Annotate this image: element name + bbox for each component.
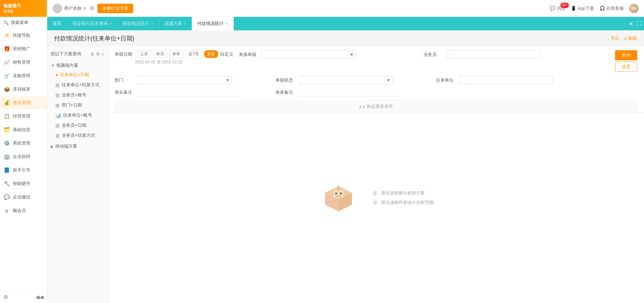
tab-bank-flow[interactable]: 现金银行流水查询 ×	[67, 17, 117, 30]
scheme-group-mobile-title[interactable]: ▶ 移动端方案	[47, 142, 108, 151]
body-remark-input[interactable]	[298, 88, 400, 96]
date-btn-last-month[interactable]: 上月	[137, 50, 151, 58]
online-service-label: 在线客服	[606, 5, 624, 11]
tab-home[interactable]: 首页	[47, 17, 67, 30]
date-custom-label[interactable]: 自定义	[220, 51, 233, 57]
staff-label: 业务员	[423, 52, 444, 58]
sidebar-item-hardware[interactable]: 🔧 智能硬件	[0, 177, 47, 190]
source-voucher-arrow: ▾	[351, 52, 353, 57]
sidebar-item-newbie[interactable]: 📘 新手引导	[0, 163, 47, 177]
sidebar-item-basic[interactable]: 🗂️ 基础信息	[0, 123, 47, 137]
tab-payment-stats[interactable]: 付款情况统计 ×	[192, 17, 233, 30]
purchase-icon: 🛒	[3, 72, 10, 79]
date-btn-this-year[interactable]: 本年	[169, 50, 183, 58]
basic-icon: 🗂️	[3, 126, 10, 133]
scheme-settings-btn[interactable]: ⚙	[96, 51, 100, 57]
header-remark-label: 表头备注	[115, 89, 135, 95]
sidebar-item-wechat[interactable]: 💬 企业微信	[0, 190, 47, 204]
system-icon: ⚙️	[3, 140, 10, 147]
staff-account-icon: ▦	[55, 92, 60, 98]
header-remark-input[interactable]	[138, 88, 239, 96]
trial-btn[interactable]: 体验行业方案	[97, 4, 133, 13]
export-label: 导出	[611, 35, 619, 41]
sidebar-nav: ⚡ 快捷导航 🎁 营销推广 📈 销售管理 🛒 采购管理 📦 库存核算 💰 资金管…	[0, 29, 47, 291]
sidebar-label-basic: 基础信息	[13, 127, 30, 133]
dept-select[interactable]: ▾	[138, 76, 232, 84]
tab-receivable-close[interactable]: ×	[151, 22, 153, 26]
scheme-item-staff-account[interactable]: ▦ 业务员+账号	[47, 90, 108, 100]
sidebar-item-enterprise[interactable]: 🏢 企业协同	[0, 150, 47, 163]
topbar-avatar[interactable]: Rit	[629, 4, 639, 13]
body-remark-label: 表体备注	[275, 89, 296, 95]
date-btn-7days[interactable]: 近7天	[185, 50, 202, 58]
page-header: 付款情况统计(往来单位+日期) ↑ 导出 ↺ 刷新	[47, 30, 644, 46]
user-area[interactable]: 用户名称 ▾	[53, 4, 86, 13]
right-panel: 单据日期 上月 本月 本年 近7天 更多 自定义 2022-01-01 至 20…	[108, 46, 644, 303]
sidebar-collapse-btn[interactable]: ◀◀	[35, 294, 43, 300]
staff-input[interactable]: ···	[446, 50, 541, 59]
scheme-item-unit-date[interactable]: ● 往来单位+日期	[47, 70, 108, 80]
scheme-panel: 按以下方案查询 ⊕ ⚙ « ▼ 电脑端方案 ● 往来单位+日期 ▦	[47, 46, 108, 303]
sidebar-settings-btn[interactable]: ⚙	[3, 294, 8, 300]
settings-btn[interactable]: 设置	[615, 62, 637, 72]
empty-illustration	[318, 181, 359, 215]
unit-input[interactable]: ···	[459, 76, 553, 84]
sidebar-item-quick-nav[interactable]: ⚡ 快捷导航	[0, 29, 47, 42]
online-service-btn[interactable]: 🎧 在线客服	[599, 5, 624, 11]
sidebar-item-operations[interactable]: 📋 经营管理	[0, 110, 47, 123]
sidebar-label-operations: 经营管理	[13, 113, 30, 119]
scheme-item-staff-settle[interactable]: ▦ 业务员+结算方式	[47, 130, 108, 141]
app-download-btn[interactable]: 📱 App下载	[571, 5, 594, 11]
sidebar-item-purchase[interactable]: 🛒 采购管理	[0, 69, 47, 83]
enterprise-icon: 🏢	[3, 153, 10, 160]
scheme-item-unit-settle[interactable]: ▦ 往来单位+结算方式	[47, 80, 108, 90]
wechat-icon: 💬	[3, 194, 10, 201]
date-btn-this-month[interactable]: 本月	[153, 50, 167, 58]
scheme-group-mobile: ▶ 移动端方案	[47, 142, 108, 151]
dropdown-icon[interactable]: ▾	[84, 6, 86, 11]
tab-new-scheme-close[interactable]: ×	[184, 22, 186, 26]
scheme-item-unit-account[interactable]: 📊 往来单位+账号	[47, 110, 108, 120]
voucher-status-label: 单据状态	[275, 77, 296, 83]
sidebar-label-newbie: 新手引导	[13, 167, 30, 173]
scheme-panel-icons: ⊕ ⚙ «	[90, 51, 104, 57]
tabs-bar: 首页 现金银行流水查询 × 收款情况统计 × 新建方案 × 付款情况统计 × ✕…	[47, 17, 644, 30]
scheme-item-staff-date[interactable]: ▦ 业务员+日期	[47, 120, 108, 130]
tab-receivable[interactable]: 收款情况统计 ×	[117, 17, 159, 30]
search-menu-label: 搜索菜单	[11, 20, 28, 26]
sidebar-item-sales[interactable]: 📈 销售管理	[0, 56, 47, 69]
source-voucher-select[interactable]: ▾	[262, 50, 356, 59]
sidebar-item-system[interactable]: ⚙️ 系统管理	[0, 137, 47, 150]
message-icon: 💬	[550, 6, 555, 11]
collapse-btn[interactable]: ∧∧ 收起更多条件	[115, 100, 637, 112]
dept-arrow: ▾	[227, 78, 229, 83]
scheme-collapse-btn[interactable]: «	[101, 51, 104, 57]
tab-expand-icon[interactable]: ⛶	[636, 21, 641, 27]
export-btn[interactable]: ↑ 导出	[607, 35, 620, 41]
sidebar-label-hardware: 智能硬件	[13, 181, 30, 187]
tab-new-scheme[interactable]: 新建方案 ×	[159, 17, 192, 30]
scheme-group-desktop-title[interactable]: ▼ 电脑端方案	[47, 61, 108, 70]
sidebar-item-marketing[interactable]: 🎁 营销推广	[0, 42, 47, 56]
sidebar-label-member: 畅会员	[13, 208, 26, 214]
tab-close-all-icon[interactable]: ✕	[629, 21, 633, 27]
svg-rect-4	[333, 190, 344, 198]
topbar-settings-icon[interactable]: ⚙	[89, 5, 94, 11]
voucher-status-select[interactable]: ▾	[298, 76, 393, 84]
sidebar-item-member[interactable]: V 畅会员	[0, 204, 47, 217]
date-btn-more[interactable]: 更多	[204, 50, 218, 58]
tab-payment-stats-close[interactable]: ×	[226, 22, 228, 26]
scheme-item-dept-date[interactable]: ▦ 部门+日期	[47, 100, 108, 110]
search-menu[interactable]: 🔍 搜索菜单	[0, 17, 47, 29]
scheme-add-btn[interactable]: ⊕	[90, 51, 94, 57]
refresh-icon: ↺	[623, 36, 627, 41]
tab-receivable-label: 收款情况统计	[123, 21, 149, 27]
sidebar-item-inventory[interactable]: 📦 库存核算	[0, 83, 47, 96]
dept-label: 部门	[115, 77, 135, 83]
sidebar-item-finance[interactable]: 💰 资金管理	[0, 96, 47, 110]
marketing-icon: 🎁	[3, 46, 10, 52]
query-btn[interactable]: 查询	[615, 50, 637, 60]
tab-bank-flow-close[interactable]: ×	[110, 22, 112, 26]
refresh-btn[interactable]: ↺ 刷新	[623, 35, 637, 41]
messages-btn[interactable]: 💬 消息 99+	[550, 5, 565, 11]
